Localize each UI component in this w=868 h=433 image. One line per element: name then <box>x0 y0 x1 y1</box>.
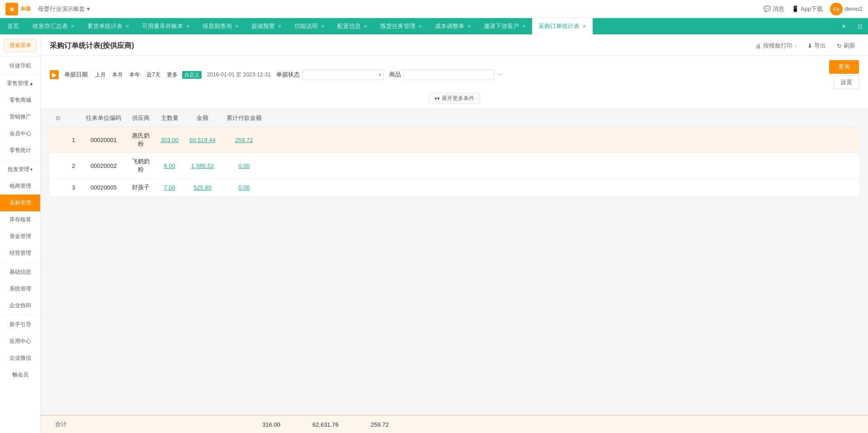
settings-button[interactable]: 设置 <box>834 76 859 89</box>
sidebar-item-app-center[interactable]: 应用中心 <box>0 333 40 350</box>
tab-overstock-warning[interactable]: 超储预警 ✕ <box>245 18 288 34</box>
query-button[interactable]: 查询 <box>829 60 859 74</box>
status-select[interactable] <box>302 69 384 80</box>
row3-num: 3 <box>66 179 80 196</box>
refresh-button[interactable]: ↻ 刷新 <box>833 40 859 52</box>
sidebar-item-retail-stats[interactable]: 零售统计 <box>0 142 40 159</box>
sidebar-item-ecommerce-mgmt-label: 电商管理 <box>9 182 31 190</box>
tab-collect-pay[interactable]: 收发存汇总表 ✕ <box>26 18 81 34</box>
goods-more-icon[interactable]: ··· <box>497 71 503 79</box>
sidebar-divider-2 <box>0 262 40 263</box>
app-download-icon: 📱 <box>792 5 799 12</box>
sidebar-item-retail-shop[interactable]: 零售商城 <box>0 92 40 109</box>
sidebar-item-member-points[interactable]: 畅会员 <box>0 366 40 383</box>
tab-cost-adjust-close[interactable]: ✕ <box>467 24 471 29</box>
last-7-days-button[interactable]: 近7天 <box>145 70 162 80</box>
search-menu-button[interactable]: 搜索菜单 <box>4 39 37 52</box>
more-date-button[interactable]: 更多 <box>165 70 179 80</box>
row2-paid-amount[interactable]: 0.00 <box>221 153 267 179</box>
user-profile[interactable]: Ea demo2 <box>830 3 863 15</box>
print-button[interactable]: 🖨 按模板打印 ▾ <box>752 40 800 52</box>
tab-config-info-close[interactable]: ✕ <box>363 24 368 29</box>
table-row: 2 00020002 飞鹤奶粉 6.00 1,586.52 0.00 <box>50 153 859 179</box>
tab-cost-adjust[interactable]: 成本调整单 ✕ <box>429 18 477 34</box>
tab-overstock-warning-close[interactable]: ✕ <box>278 24 282 29</box>
top-bar-right: 💬 消息 📱 App下载 Ea demo2 <box>764 3 863 15</box>
tab-invite-downstream[interactable]: 邀请下游客户 ✕ <box>477 18 532 34</box>
tab-home[interactable]: 首页 <box>0 18 26 34</box>
tab-purchase-summary-label: 采购订单统计表 <box>538 22 580 30</box>
sidebar-divider-3 <box>0 315 40 315</box>
col-unit-code: 往来单位编码 <box>80 109 127 127</box>
sidebar-item-purchase-mgmt[interactable]: 采购管理 <box>0 195 40 211</box>
tab-available-stock[interactable]: 可用量库存账本 ✕ <box>136 18 196 34</box>
row1-paid-amount[interactable]: 259.72 <box>221 127 267 153</box>
this-month-button[interactable]: 本月 <box>110 70 125 80</box>
tab-collect-pay-close[interactable]: ✕ <box>71 24 75 29</box>
table-header-row: ⚙ 往来单位编码 供应商 主数量 金额 累计付款金额 <box>50 109 859 127</box>
table-settings-icon[interactable]: ⚙ <box>55 114 61 122</box>
message-icon: 💬 <box>764 5 771 12</box>
row2-amount[interactable]: 1,586.52 <box>184 153 221 179</box>
tab-purchase-summary-close[interactable]: ✕ <box>582 24 586 29</box>
tab-purchase-summary[interactable]: 采购订单统计表 ✕ <box>532 18 593 34</box>
filter-toggle-button[interactable]: ▶ <box>50 70 59 79</box>
row1-amount[interactable]: 60,519.44 <box>184 127 221 153</box>
row1-supplier: 惠氏奶粉 <box>127 127 155 153</box>
print-dropdown-icon: ▾ <box>794 43 797 48</box>
table-area: ⚙ 往来单位编码 供应商 主数量 金额 累计付款金额 1 <box>41 109 868 414</box>
sidebar-item-newbie-guide-label: 新手引导 <box>9 321 31 328</box>
tab-function-desc[interactable]: 功能说明 ✕ <box>288 18 331 34</box>
tab-function-desc-close[interactable]: ✕ <box>321 24 325 29</box>
sidebar-item-enterprise-collab[interactable]: 企业协同 <box>0 297 40 314</box>
last-month-button[interactable]: 上月 <box>93 70 108 80</box>
restore-window-button[interactable]: ⊡ <box>852 18 868 34</box>
goods-input[interactable] <box>404 69 494 80</box>
row3-amount[interactable]: 525.80 <box>184 179 221 196</box>
row3-qty[interactable]: 7.00 <box>155 179 184 196</box>
sidebar-item-finance[interactable]: 资金管理 <box>0 228 40 245</box>
sidebar-item-inventory[interactable]: 库存核算 <box>0 211 40 228</box>
tab-config-info[interactable]: 配置信息 ✕ <box>331 18 374 34</box>
message-button[interactable]: 💬 消息 <box>764 5 784 13</box>
date-filter-label: 单据日期 <box>64 71 88 79</box>
sidebar-item-wholesale-mgmt[interactable]: 批发管理 ▾ <box>0 161 40 178</box>
tab-invite-downstream-label: 邀请下游客户 <box>484 22 519 30</box>
row2-qty[interactable]: 6.00 <box>155 153 184 179</box>
sidebar-item-retail-mgmt[interactable]: 零售管理 ▲ <box>0 75 40 92</box>
row3-paid-amount[interactable]: 0.00 <box>221 179 267 196</box>
export-button[interactable]: ⬇ 导出 <box>804 40 830 52</box>
quick-nav-button[interactable]: 快捷导航 <box>0 60 40 72</box>
svg-text:畅: 畅 <box>10 7 14 12</box>
app-download-button[interactable]: 📱 App下载 <box>792 5 823 13</box>
tab-expiry-query[interactable]: 保质期查询 ✕ <box>196 18 245 34</box>
workspace-selector[interactable]: 母婴行业演示账套 ▾ <box>34 3 94 15</box>
tab-order-summary-close[interactable]: ✕ <box>125 24 129 29</box>
row1-qty[interactable]: 303.00 <box>155 127 184 153</box>
sidebar-item-operations[interactable]: 经营管理 <box>0 245 40 262</box>
user-avatar: Ea <box>830 3 843 15</box>
tab-invite-downstream-close[interactable]: ✕ <box>522 24 526 29</box>
expand-more-button[interactable]: ▾▾ 展开更多条件 <box>429 93 480 104</box>
sidebar-item-system-mgmt[interactable]: 系统管理 <box>0 281 40 297</box>
close-all-tabs-button[interactable]: ✕ <box>835 18 852 34</box>
tab-order-summary[interactable]: 要货单统计表 ✕ <box>81 18 136 34</box>
tab-available-stock-close[interactable]: ✕ <box>186 24 190 29</box>
sidebar-item-ecommerce-mgmt[interactable]: 电商管理 <box>0 178 40 195</box>
print-icon: 🖨 <box>755 43 761 49</box>
sidebar-item-basic-info[interactable]: 基础信息 <box>0 264 40 281</box>
sidebar-item-newbie-guide[interactable]: 新手引导 <box>0 316 40 333</box>
tab-pick-task-close[interactable]: ✕ <box>418 24 422 29</box>
sidebar-item-system-mgmt-label: 系统管理 <box>9 285 31 293</box>
workspace-name: 母婴行业演示账套 <box>38 5 85 13</box>
tab-home-label: 首页 <box>7 22 19 30</box>
row1-unit-code: 00020001 <box>80 127 127 153</box>
row2-settings <box>50 153 66 179</box>
sidebar-item-marketing[interactable]: 营销推广 <box>0 109 40 125</box>
sidebar-item-enterprise-wechat[interactable]: 企业微信 <box>0 350 40 366</box>
sidebar-item-member-center[interactable]: 会员中心 <box>0 125 40 142</box>
this-year-button[interactable]: 本年 <box>127 70 142 80</box>
row3-supplier: 好孩子 <box>127 179 155 196</box>
tab-pick-task[interactable]: 拣货任务管理 ✕ <box>374 18 429 34</box>
tab-expiry-query-close[interactable]: ✕ <box>235 24 239 29</box>
